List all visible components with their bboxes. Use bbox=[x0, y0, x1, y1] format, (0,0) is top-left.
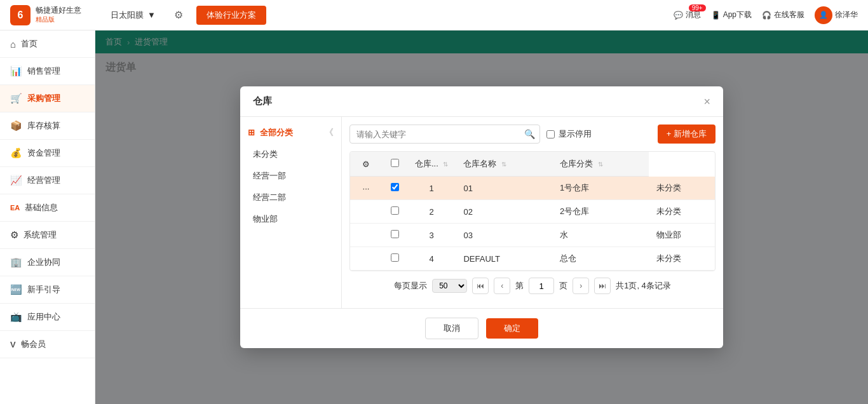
row-settings-cell: ··· bbox=[350, 177, 382, 200]
username-label: 徐泽华 bbox=[835, 10, 858, 20]
content-area: 首页 › 进货管理 进货单 仓库 × bbox=[95, 30, 868, 404]
row-check-cell[interactable] bbox=[382, 177, 407, 200]
warehouse-tbody: ··· 1 01 1号仓库 未分类 2 02 2号仓库 未分类 bbox=[350, 177, 715, 271]
row-check-cell[interactable] bbox=[382, 247, 407, 271]
table-row[interactable]: 2 02 2号仓库 未分类 bbox=[350, 200, 715, 224]
app-download-item[interactable]: 📱 App下载 bbox=[711, 10, 752, 20]
notification-badge: 99+ bbox=[689, 4, 706, 11]
show-disabled-text: 显示停用 bbox=[559, 128, 592, 140]
table-panel: 🔍 显示停用 + 新增仓库 bbox=[342, 117, 723, 308]
grid-icon: ⊞ bbox=[248, 128, 255, 137]
sidebar-item-operations[interactable]: 📈 经营管理 bbox=[0, 167, 95, 194]
row-settings-cell bbox=[350, 224, 382, 247]
sidebar-item-label: 资金管理 bbox=[27, 147, 60, 159]
appcenter-icon: 📺 bbox=[10, 311, 22, 323]
trial-button[interactable]: 体验行业方案 bbox=[196, 6, 266, 25]
next-page-button[interactable]: › bbox=[573, 278, 589, 294]
row-check-cell[interactable] bbox=[382, 224, 407, 247]
sidebar-item-basic[interactable]: EA 基础信息 bbox=[0, 194, 95, 222]
col-num-header[interactable]: 仓库... ⇅ bbox=[407, 152, 456, 177]
category-item-property[interactable]: 物业部 bbox=[240, 208, 341, 230]
category-item-unclassified[interactable]: 未分类 bbox=[240, 144, 341, 165]
sidebar-item-label: 企业协同 bbox=[27, 257, 60, 268]
prev-page-button[interactable]: ‹ bbox=[494, 278, 510, 294]
col-name-header[interactable]: 仓库名称 ⇅ bbox=[456, 152, 552, 177]
first-page-button[interactable]: ⏮ bbox=[472, 278, 489, 294]
dropdown-arrow-icon: ▼ bbox=[147, 10, 156, 20]
notification-item[interactable]: 💬 消息 99+ bbox=[674, 10, 701, 20]
col-category-header[interactable]: 仓库分类 ⇅ bbox=[552, 152, 649, 177]
guide-icon: 🆕 bbox=[10, 284, 22, 295]
page-unit: 页 bbox=[559, 280, 567, 292]
inventory-icon: 📦 bbox=[10, 120, 22, 131]
settings-col-icon: ⚙ bbox=[362, 159, 370, 169]
table-row[interactable]: 3 03 水 物业部 bbox=[350, 224, 715, 247]
table-row[interactable]: 4 DEFAULT 总仓 未分类 bbox=[350, 247, 715, 271]
sidebar-item-sales[interactable]: 📊 销售管理 bbox=[0, 58, 95, 85]
sidebar-item-member[interactable]: V 畅会员 bbox=[0, 331, 95, 358]
row-checkbox[interactable] bbox=[391, 230, 399, 238]
row-name-cell: 总仓 bbox=[552, 247, 649, 271]
purchase-icon: 🛒 bbox=[10, 93, 22, 104]
sidebar-item-enterprise[interactable]: 🏢 企业协同 bbox=[0, 249, 95, 276]
col-check-header bbox=[382, 152, 407, 177]
add-warehouse-button[interactable]: + 新增仓库 bbox=[658, 125, 715, 144]
sidebar-item-home[interactable]: ⌂ 首页 bbox=[0, 30, 95, 58]
sidebar-item-purchase[interactable]: 🛒 采购管理 bbox=[0, 85, 95, 112]
row-checkbox[interactable] bbox=[391, 183, 399, 191]
modal-body: ⊞ 全部分类 《 未分类 经营一部 经营二部 物业部 bbox=[240, 117, 723, 308]
modal-close-button[interactable]: × bbox=[703, 96, 710, 107]
category-collapse-button[interactable]: 《 bbox=[325, 127, 334, 138]
sidebar-item-inventory[interactable]: 📦 库存核算 bbox=[0, 112, 95, 140]
table-row[interactable]: ··· 1 01 1号仓库 未分类 bbox=[350, 177, 715, 200]
search-icon[interactable]: 🔍 bbox=[524, 129, 535, 139]
per-page-label: 每页显示 bbox=[394, 280, 427, 292]
sidebar-item-guide[interactable]: 🆕 新手引导 bbox=[0, 276, 95, 304]
row-code-cell: 02 bbox=[456, 200, 552, 224]
row-code-cell: DEFAULT bbox=[456, 247, 552, 271]
col-name-label: 仓库名称 bbox=[463, 159, 496, 168]
online-service-item[interactable]: 🎧 在线客服 bbox=[762, 10, 804, 20]
row-category-cell: 物业部 bbox=[649, 224, 715, 247]
sidebar-item-system[interactable]: ⚙ 系统管理 bbox=[0, 222, 95, 249]
row-num-cell: 4 bbox=[407, 247, 456, 271]
category-all-header[interactable]: ⊞ 全部分类 《 bbox=[240, 122, 341, 144]
show-disabled-checkbox[interactable] bbox=[546, 130, 555, 138]
row-code-cell: 03 bbox=[456, 224, 552, 247]
warehouse-table: ⚙ 仓库... ⇅ bbox=[349, 151, 715, 271]
pagination-bar: 每页显示 50 10 20 100 ⏮ ‹ 第 页 bbox=[349, 271, 715, 300]
row-check-cell[interactable] bbox=[382, 200, 407, 224]
settings-icon[interactable]: ⚙ bbox=[168, 5, 189, 25]
category-item-ops2[interactable]: 经营二部 bbox=[240, 187, 341, 208]
finance-icon: 💰 bbox=[10, 147, 22, 159]
row-name-cell: 水 bbox=[552, 224, 649, 247]
store-selector[interactable]: 日太阳膜 ▼ bbox=[105, 7, 161, 24]
confirm-button[interactable]: 确定 bbox=[486, 318, 538, 339]
cancel-button[interactable]: 取消 bbox=[425, 318, 478, 339]
user-item[interactable]: 👤 徐泽华 bbox=[815, 6, 858, 24]
table-header-row: ⚙ 仓库... ⇅ bbox=[350, 152, 715, 177]
row-name-cell: 2号仓库 bbox=[552, 200, 649, 224]
row-checkbox[interactable] bbox=[391, 206, 399, 215]
row-more-icon[interactable]: ··· bbox=[363, 184, 370, 193]
per-page-select[interactable]: 50 10 20 100 bbox=[432, 279, 467, 293]
sidebar-item-appcenter[interactable]: 📺 应用中心 bbox=[0, 304, 95, 331]
app-download-label: App下载 bbox=[723, 10, 752, 20]
search-input[interactable] bbox=[349, 125, 540, 144]
row-checkbox[interactable] bbox=[391, 253, 399, 262]
row-num-cell: 1 bbox=[407, 177, 456, 200]
category-item-ops1[interactable]: 经营一部 bbox=[240, 165, 341, 187]
sidebar-item-label: 基础信息 bbox=[25, 202, 58, 213]
sidebar-item-label: 销售管理 bbox=[27, 65, 60, 77]
warehouse-data-table: ⚙ 仓库... ⇅ bbox=[350, 152, 715, 271]
row-category-cell: 未分类 bbox=[649, 200, 715, 224]
col-num-label: 仓库... bbox=[415, 159, 438, 168]
show-disabled-label[interactable]: 显示停用 bbox=[546, 128, 592, 140]
sidebar-item-finance[interactable]: 💰 资金管理 bbox=[0, 140, 95, 167]
page-input[interactable] bbox=[529, 278, 554, 294]
last-page-button[interactable]: ⏭ bbox=[594, 278, 611, 294]
select-all-checkbox[interactable] bbox=[391, 159, 399, 167]
system-icon: ⚙ bbox=[10, 229, 18, 241]
modal-overlay: 仓库 × ⊞ 全部分类 《 未分类 bbox=[95, 30, 868, 404]
header-middle: 日太阳膜 ▼ ⚙ 体验行业方案 bbox=[105, 5, 674, 25]
